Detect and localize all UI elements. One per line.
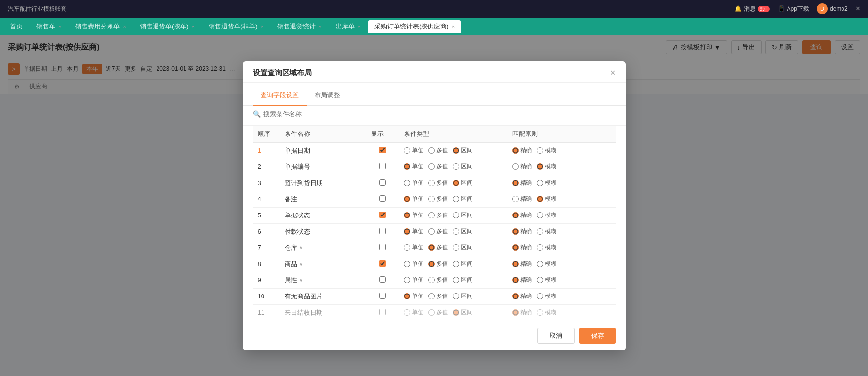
type-multi-radio[interactable]: [428, 244, 435, 251]
match-exact-radio[interactable]: [512, 228, 519, 235]
display-checkbox[interactable]: [379, 276, 386, 283]
type-range-radio[interactable]: [453, 212, 459, 218]
tab-sales-expense[interactable]: 销售费用分摊单 ×: [69, 20, 132, 33]
save-button[interactable]: 保存: [579, 328, 616, 344]
match-exact-radio[interactable]: [512, 147, 519, 154]
type-range-label[interactable]: 区间: [453, 227, 473, 236]
match-fuzzy-radio[interactable]: [537, 261, 543, 267]
type-range-radio[interactable]: [453, 277, 459, 283]
type-range-radio[interactable]: [453, 163, 459, 170]
match-fuzzy-label[interactable]: 模糊: [537, 146, 556, 155]
match-fuzzy-radio[interactable]: [537, 228, 543, 235]
match-fuzzy-radio[interactable]: [537, 163, 543, 170]
match-exact-label[interactable]: 精确: [512, 227, 532, 236]
match-fuzzy-radio[interactable]: [537, 147, 543, 154]
type-range-radio[interactable]: [453, 196, 459, 202]
match-exact-label[interactable]: 精确: [512, 308, 532, 317]
type-multi-radio[interactable]: [428, 196, 435, 202]
match-exact-radio[interactable]: [512, 163, 519, 170]
tab-purchase-stats[interactable]: 采购订单统计表(按供应商) ×: [368, 20, 461, 33]
type-range-radio[interactable]: [453, 228, 459, 235]
tab-layout-adjust[interactable]: 布局调整: [307, 88, 348, 106]
display-checkbox[interactable]: [379, 228, 386, 234]
type-multi-radio[interactable]: [428, 228, 435, 235]
type-range-label[interactable]: 区间: [453, 146, 473, 155]
match-exact-radio[interactable]: [512, 277, 519, 283]
type-single-radio[interactable]: [404, 228, 410, 235]
type-single-label[interactable]: 单值: [404, 260, 423, 268]
match-fuzzy-label[interactable]: 模糊: [537, 243, 556, 252]
tab-purchase-stats-close[interactable]: ×: [452, 24, 455, 29]
display-checkbox[interactable]: [379, 309, 386, 315]
type-single-label[interactable]: 单值: [404, 211, 423, 219]
notification-btn[interactable]: 🔔 消息 99+: [735, 5, 770, 13]
type-range-label[interactable]: 区间: [453, 179, 473, 187]
display-checkbox[interactable]: [379, 163, 386, 169]
type-multi-label[interactable]: 多值: [428, 292, 448, 300]
type-range-radio[interactable]: [453, 244, 459, 251]
match-fuzzy-label[interactable]: 模糊: [537, 179, 556, 187]
display-checkbox[interactable]: [379, 260, 386, 267]
type-single-label[interactable]: 单值: [404, 179, 423, 187]
type-single-radio[interactable]: [404, 212, 410, 218]
tab-query-fields[interactable]: 查询字段设置: [253, 88, 307, 106]
type-single-radio[interactable]: [404, 163, 410, 170]
display-checkbox[interactable]: [379, 195, 386, 202]
match-exact-radio[interactable]: [512, 212, 519, 218]
match-fuzzy-label[interactable]: 模糊: [537, 308, 556, 317]
match-exact-radio[interactable]: [512, 244, 519, 251]
tab-sales-return1-close[interactable]: ×: [192, 24, 195, 29]
search-conditions-input[interactable]: [263, 110, 362, 118]
type-range-radio[interactable]: [453, 261, 459, 267]
match-exact-radio[interactable]: [512, 293, 519, 299]
type-single-radio[interactable]: [404, 147, 410, 154]
match-fuzzy-radio[interactable]: [537, 244, 543, 251]
type-range-label[interactable]: 区间: [453, 243, 473, 252]
match-exact-radio[interactable]: [512, 261, 519, 267]
type-multi-radio[interactable]: [428, 261, 435, 267]
tab-outbound[interactable]: 出库单 ×: [330, 20, 367, 33]
cancel-button[interactable]: 取消: [537, 328, 575, 344]
tab-sales-order-close[interactable]: ×: [58, 24, 61, 29]
match-fuzzy-label[interactable]: 模糊: [537, 211, 556, 219]
tab-sales-order[interactable]: 销售单 ×: [30, 20, 67, 33]
match-exact-radio[interactable]: [512, 180, 519, 186]
type-single-label[interactable]: 单值: [404, 292, 423, 300]
match-exact-label[interactable]: 精确: [512, 162, 532, 171]
match-exact-radio[interactable]: [512, 309, 519, 316]
match-fuzzy-radio[interactable]: [537, 212, 543, 218]
type-range-label[interactable]: 区间: [453, 276, 473, 284]
type-multi-label[interactable]: 多值: [428, 179, 448, 187]
type-multi-label[interactable]: 多值: [428, 146, 448, 155]
type-multi-label[interactable]: 多值: [428, 243, 448, 252]
type-range-label[interactable]: 区间: [453, 308, 473, 317]
type-range-label[interactable]: 区间: [453, 292, 473, 300]
type-range-label[interactable]: 区间: [453, 162, 473, 171]
match-exact-label[interactable]: 精确: [512, 292, 532, 300]
type-single-label[interactable]: 单值: [404, 227, 423, 236]
dialog-close-button[interactable]: ×: [610, 68, 616, 77]
type-multi-label[interactable]: 多值: [428, 276, 448, 284]
tab-sales-stats[interactable]: 销售退货统计 ×: [271, 20, 327, 33]
tab-outbound-close[interactable]: ×: [358, 24, 361, 29]
match-fuzzy-label[interactable]: 模糊: [537, 195, 556, 203]
type-single-radio[interactable]: [404, 244, 410, 251]
type-multi-label[interactable]: 多值: [428, 162, 448, 171]
tab-home[interactable]: 首页: [4, 20, 28, 33]
type-multi-label[interactable]: 多值: [428, 195, 448, 203]
match-exact-label[interactable]: 精确: [512, 211, 532, 219]
type-multi-label[interactable]: 多值: [428, 211, 448, 219]
match-fuzzy-label[interactable]: 模糊: [537, 276, 556, 284]
match-fuzzy-radio[interactable]: [537, 180, 543, 186]
app-download-btn[interactable]: 📱 App下载: [778, 5, 809, 13]
type-multi-radio[interactable]: [428, 180, 435, 186]
match-exact-label[interactable]: 精确: [512, 260, 532, 268]
match-fuzzy-radio[interactable]: [537, 293, 543, 299]
type-single-label[interactable]: 单值: [404, 308, 423, 317]
match-exact-label[interactable]: 精确: [512, 243, 532, 252]
tab-sales-return2-close[interactable]: ×: [261, 24, 263, 29]
display-checkbox[interactable]: [379, 147, 386, 153]
type-single-radio[interactable]: [404, 309, 410, 316]
type-multi-label[interactable]: 多值: [428, 260, 448, 268]
tab-sales-expense-close[interactable]: ×: [123, 24, 126, 29]
